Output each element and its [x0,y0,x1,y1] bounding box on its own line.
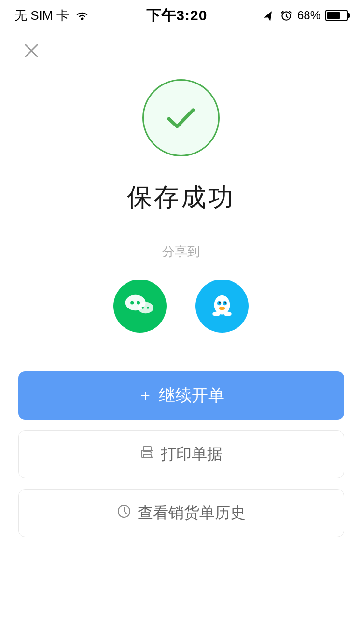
action-buttons: ＋ 继续开单 打印单据 查看销货单历史 [18,371,344,537]
print-icon [139,445,155,464]
svg-point-19 [219,302,221,304]
close-button[interactable] [19,39,43,63]
svg-point-22 [212,312,220,316]
continue-label: 继续开单 [159,384,224,406]
print-label: 打印单据 [161,444,223,465]
status-left: 无 SIM 卡 [14,7,90,24]
status-right: 68% [264,9,348,22]
status-bar: 无 SIM 卡 下午3:20 68% [0,0,362,31]
svg-point-11 [138,302,153,313]
carrier-text: 无 SIM 卡 [14,7,69,24]
divider-row: 分享到 [18,243,344,260]
location-icon [264,10,275,21]
qq-icon [205,289,239,323]
svg-point-20 [224,302,226,304]
wechat-share-button[interactable] [113,280,167,333]
share-icons [113,280,249,333]
svg-rect-26 [143,454,151,458]
status-time: 下午3:20 [146,6,207,26]
svg-point-12 [142,307,144,309]
wifi-icon [74,10,90,21]
share-label: 分享到 [162,243,200,260]
svg-point-10 [137,301,140,305]
plus-icon: ＋ [138,385,153,406]
svg-point-13 [147,307,149,309]
svg-point-23 [224,312,232,316]
alarm-icon [280,9,292,22]
print-button[interactable]: 打印单据 [18,430,344,478]
history-label: 查看销货单历史 [138,503,246,524]
divider-right [209,252,344,252]
svg-point-9 [130,301,134,305]
svg-line-4 [281,11,283,13]
svg-point-27 [151,452,152,454]
svg-line-3 [286,16,288,17]
main-content: 保存成功 分享到 [0,31,362,537]
battery-percent: 68% [297,9,320,22]
share-section: 分享到 [0,243,362,333]
history-icon [116,504,132,523]
svg-point-0 [81,18,83,20]
battery-icon [325,10,348,21]
wechat-icon [123,289,157,323]
svg-line-5 [289,11,291,13]
success-circle [142,79,220,156]
checkmark-icon [162,98,200,137]
history-button[interactable]: 查看销货单历史 [18,489,344,537]
divider-left [18,252,153,252]
continue-button[interactable]: ＋ 继续开单 [18,371,344,420]
qq-share-button[interactable] [195,280,249,333]
svg-point-21 [219,307,225,310]
success-title: 保存成功 [127,181,235,214]
